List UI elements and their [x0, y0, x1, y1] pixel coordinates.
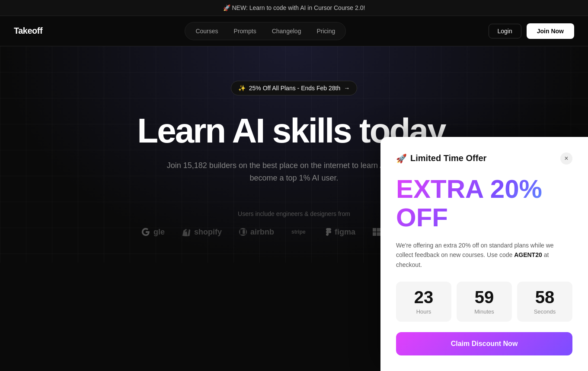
- badge-emoji: ✨: [238, 85, 246, 92]
- announcement-text: NEW: Learn to code with AI in Cursor Cou…: [232, 4, 365, 11]
- announcement-link[interactable]: 🚀 NEW: Learn to code with AI in Cursor C…: [223, 4, 365, 11]
- discount-modal: 🚀 Limited Time Offer × EXTRA 20% OFF We'…: [380, 137, 588, 371]
- companies-label: Users include engineers & designers from: [238, 210, 350, 217]
- minutes-label: Minutes: [462, 308, 507, 315]
- navbar-actions: Login Join Now: [489, 23, 575, 39]
- google-text: gle: [153, 228, 165, 237]
- company-stripe: stripe: [291, 228, 309, 236]
- svg-rect-1: [373, 228, 376, 231]
- countdown-minutes: 59 Minutes: [457, 282, 512, 322]
- minutes-value: 59: [462, 289, 507, 306]
- company-airbnb: airbnb: [239, 228, 274, 237]
- announcement-emoji: 🚀: [223, 4, 230, 11]
- navbar: Takeoff Courses Prompts Changelog Pricin…: [0, 16, 588, 46]
- shopify-text: shopify: [194, 228, 222, 237]
- nav-menu: Courses Prompts Changelog Pricing: [185, 22, 346, 40]
- company-shopify: shopify: [182, 228, 222, 237]
- modal-description: We're offering an extra 20% off on stand…: [396, 241, 572, 270]
- nav-item-pricing[interactable]: Pricing: [310, 25, 342, 37]
- nav-item-prompts[interactable]: Prompts: [227, 25, 263, 37]
- figma-text: figma: [335, 228, 355, 237]
- hero-badge[interactable]: ✨ 25% Off All Plans - Ends Feb 28th →: [231, 81, 357, 95]
- nav-item-changelog[interactable]: Changelog: [265, 25, 308, 37]
- company-google: gle: [141, 228, 165, 237]
- badge-text: 25% Off All Plans - Ends Feb 28th: [249, 85, 340, 92]
- svg-rect-2: [377, 228, 380, 231]
- modal-promo-code: AGENT20: [514, 251, 542, 258]
- seconds-label: Seconds: [522, 308, 567, 315]
- countdown-timer: 23 Hours 59 Minutes 58 Seconds: [396, 282, 572, 322]
- announcement-bar: 🚀 NEW: Learn to code with AI in Cursor C…: [0, 0, 588, 16]
- hours-value: 23: [401, 289, 446, 306]
- countdown-hours: 23 Hours: [396, 282, 451, 322]
- logo[interactable]: Takeoff: [14, 26, 42, 36]
- svg-rect-4: [377, 232, 380, 236]
- modal-close-button[interactable]: ×: [560, 152, 572, 165]
- modal-header: 🚀 Limited Time Offer ×: [396, 152, 572, 165]
- svg-text:stripe: stripe: [291, 229, 306, 235]
- modal-title-emoji: 🚀: [396, 153, 407, 164]
- claim-discount-button[interactable]: Claim Discount Now: [396, 332, 572, 355]
- company-figma: figma: [326, 228, 355, 237]
- modal-title-text: Limited Time Offer: [410, 153, 486, 163]
- hours-label: Hours: [401, 308, 446, 315]
- svg-rect-3: [373, 232, 376, 236]
- modal-title: 🚀 Limited Time Offer: [396, 153, 486, 164]
- nav-item-courses[interactable]: Courses: [189, 25, 225, 37]
- seconds-value: 58: [522, 289, 567, 306]
- join-now-button[interactable]: Join Now: [527, 23, 574, 39]
- airbnb-text: airbnb: [250, 228, 274, 237]
- badge-arrow: →: [344, 85, 350, 92]
- modal-discount-text: EXTRA 20% OFF: [396, 175, 572, 232]
- countdown-seconds: 58 Seconds: [517, 282, 572, 322]
- login-button[interactable]: Login: [489, 24, 521, 38]
